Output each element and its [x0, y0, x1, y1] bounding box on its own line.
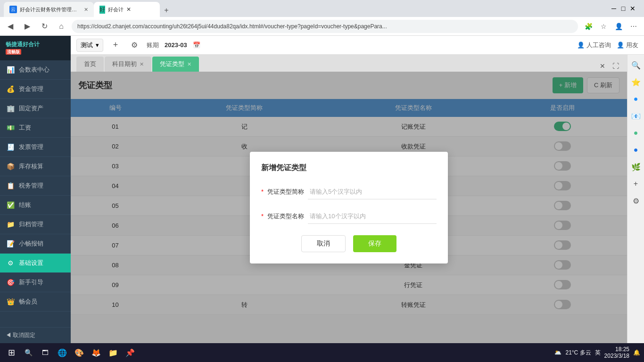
sidebar-item-assets[interactable]: 🏢 固定资产 — [0, 99, 71, 118]
right-blue-button[interactable]: ● — [629, 143, 643, 156]
sidebar-item-capital[interactable]: 💰 资金管理 — [0, 80, 71, 99]
settings-button[interactable]: ⚙ — [128, 39, 141, 52]
favorites-button[interactable]: ☆ — [597, 20, 610, 33]
tab-home-label: 首页 — [84, 60, 96, 68]
form-group-name: * 凭证类型名称 — [261, 209, 437, 224]
invoice-icon: 🧾 — [6, 142, 15, 152]
modal: 新增凭证类型 * 凭证类型简称 * 凭证类型名称 — [250, 152, 448, 263]
user-button[interactable]: 👤 用友 — [617, 41, 638, 49]
taskbar-taskview[interactable]: 🗔 — [38, 345, 53, 360]
inventory-icon: 📦 — [6, 162, 15, 171]
sidebar-item-tax[interactable]: 📋 税务管理 — [0, 176, 71, 196]
taskbar-files[interactable]: 📁 — [106, 345, 121, 360]
minimize-panel-button[interactable]: ✕ — [597, 60, 608, 72]
taskbar-browser[interactable]: 🌐 — [55, 345, 70, 360]
address-input[interactable] — [72, 20, 578, 33]
right-star-button[interactable]: ⭐ — [629, 75, 643, 89]
tab-close-2[interactable]: ✕ — [126, 6, 131, 13]
tab-favicon-2: 好 — [99, 6, 105, 14]
consultant-icon: 👤 — [577, 41, 585, 49]
tab-account-period-close[interactable]: ✕ — [140, 61, 144, 67]
main-content: 凭证类型 + 新增 C 刷新 — [71, 72, 627, 343]
browser-tab-1[interactable]: 云 好会计云财务软件管理系统_会计 ✕ — [4, 2, 94, 17]
sidebar-label-capital: 资金管理 — [19, 85, 43, 93]
checkout-icon: ✅ — [6, 200, 15, 210]
report-icon: 📝 — [6, 239, 15, 248]
right-mail-button[interactable]: 📧 — [629, 109, 643, 123]
right-gear-button[interactable]: ⚙ — [629, 194, 643, 207]
taskbar-chrome[interactable]: 🎨 — [72, 345, 87, 360]
tab-voucher-type[interactable]: 凭证类型 ✕ — [152, 57, 199, 72]
save-button[interactable]: 保存 — [353, 235, 396, 252]
add-company-button[interactable]: + — [109, 39, 122, 52]
taskbar-clock: 18:25 2023/3/18 — [604, 346, 629, 359]
expand-panel-button[interactable]: ⛶ — [610, 60, 621, 72]
home-button[interactable]: ⌂ — [55, 20, 68, 33]
taskbar-firefox[interactable]: 🦊 — [89, 345, 104, 360]
sidebar-item-member[interactable]: 👑 畅会员 — [0, 292, 71, 312]
browser-tab-2[interactable]: 好 好会计 ✕ — [94, 2, 160, 17]
tabs-bar: 云 好会计云财务软件管理系统_会计 ✕ 好 好会计 ✕ + — [4, 0, 610, 17]
guide-icon: 🎯 — [6, 278, 15, 287]
sidebar-label-invoice: 发票管理 — [19, 143, 43, 151]
right-panel: 🔍 ⭐ ● 📧 ● ● 🌿 + ⚙ — [627, 55, 644, 343]
right-leaf-button[interactable]: 🌿 — [629, 160, 643, 173]
header-actions: 👤 人工咨询 👤 用友 — [577, 41, 638, 49]
extensions-button[interactable]: 🧩 — [582, 20, 595, 33]
cancel-button[interactable]: 取消 — [301, 235, 346, 252]
close-button[interactable]: ✕ — [629, 5, 636, 12]
tab-voucher-type-close[interactable]: ✕ — [187, 61, 191, 67]
tab-title-2: 好会计 — [108, 6, 124, 13]
sidebar-item-checkout[interactable]: ✅ 结账 — [0, 196, 71, 215]
taskbar-pin[interactable]: 📌 — [123, 345, 138, 360]
menu-button[interactable]: ⋯ — [627, 20, 640, 33]
tab-home[interactable]: 首页 — [76, 57, 104, 72]
modal-footer: 取消 保存 — [261, 235, 437, 252]
tab-voucher-type-label: 凭证类型 — [160, 60, 184, 68]
sidebar-item-settings[interactable]: ⚙ 基础设置 — [0, 254, 71, 273]
sidebar-item-dashboard[interactable]: 📊 会数表中心 — [0, 60, 71, 80]
sidebar-item-report[interactable]: 📝 小畅报销 — [0, 234, 71, 254]
form-input-abbr[interactable] — [308, 184, 437, 199]
sidebar-item-inventory[interactable]: 📦 库存核算 — [0, 157, 71, 176]
sidebar-label-guide: 新手引导 — [19, 278, 43, 287]
form-input-name[interactable] — [308, 209, 437, 224]
address-bar: ◀ ▶ ↻ ⌂ 🧩 ☆ 👤 ⋯ — [0, 17, 644, 36]
profile-button[interactable]: 👤 — [612, 20, 625, 33]
right-circle-button[interactable]: ● — [629, 92, 643, 106]
modal-title: 新增凭证类型 — [261, 163, 437, 173]
sidebar-label-archive: 归档管理 — [19, 220, 43, 229]
sidebar-item-salary[interactable]: 💵 工资 — [0, 118, 71, 138]
back-button[interactable]: ◀ — [4, 20, 17, 33]
form-label-abbr: 凭证类型简称 — [267, 188, 304, 196]
company-selector[interactable]: 测试 ▾ — [76, 39, 103, 52]
settings-icon: ⚙ — [6, 258, 15, 268]
maximize-button[interactable]: □ — [619, 5, 627, 12]
forward-button[interactable]: ▶ — [21, 20, 34, 33]
right-green-button[interactable]: ● — [629, 126, 643, 140]
start-button[interactable]: ⊞ — [4, 345, 19, 360]
sidebar-label-tax: 税务管理 — [19, 181, 43, 190]
sidebar-footer[interactable]: ◀ 取消固定 — [0, 327, 71, 343]
taskbar-search[interactable]: 🔍 — [21, 345, 36, 360]
refresh-button[interactable]: ↻ — [38, 20, 51, 33]
sidebar-item-guide[interactable]: 🎯 新手引导 — [0, 273, 71, 292]
consultant-button[interactable]: 👤 人工咨询 — [577, 41, 611, 49]
new-tab-button[interactable]: + — [160, 4, 173, 17]
user-icon: 👤 — [617, 41, 624, 49]
tab-account-period[interactable]: 科目期初 ✕ — [105, 57, 151, 72]
right-search-button[interactable]: 🔍 — [629, 58, 643, 72]
minimize-button[interactable]: ─ — [610, 5, 618, 12]
sidebar-badge: 流畅版 — [6, 49, 21, 55]
period-value: 2023-03 — [165, 41, 187, 49]
weather-info: 🌥️ — [554, 349, 561, 356]
consultant-label: 人工咨询 — [586, 41, 611, 49]
weather-text: 21°C 多云 — [565, 349, 591, 357]
assets-icon: 🏢 — [6, 104, 15, 113]
sidebar-item-invoice[interactable]: 🧾 发票管理 — [0, 138, 71, 157]
sidebar-logo: 畅捷通好合计 流畅版 — [6, 41, 40, 55]
tab-close-1[interactable]: ✕ — [84, 7, 88, 13]
sidebar-label-member: 畅会员 — [19, 297, 37, 306]
right-add-button[interactable]: + — [629, 177, 643, 190]
sidebar-item-archive[interactable]: 📁 归档管理 — [0, 215, 71, 234]
